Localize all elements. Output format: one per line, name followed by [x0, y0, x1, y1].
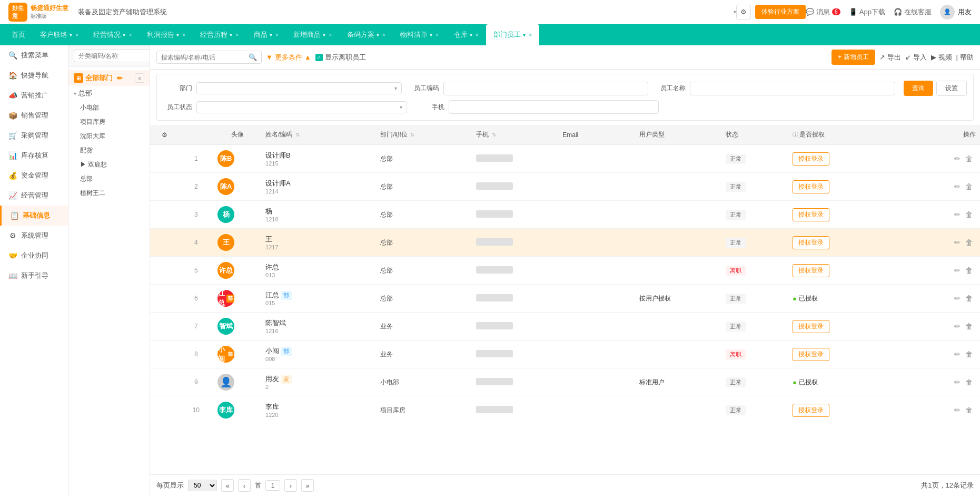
- query-btn[interactable]: 查询: [904, 81, 933, 96]
- export-btn[interactable]: ↗ 导出: [879, 53, 901, 62]
- sidebar-item-purchase[interactable]: 🛒 采购管理: [0, 125, 68, 145]
- view-btn[interactable]: ▶ 视频: [931, 53, 952, 62]
- edit-btn[interactable]: ✏: [954, 406, 961, 414]
- dept-all-item[interactable]: ⊞ 全部部门 ✏ «: [68, 70, 150, 86]
- auth-login-btn[interactable]: 授权登录: [793, 264, 829, 277]
- auth-login-btn[interactable]: 授权登录: [793, 404, 829, 417]
- search-btn-icon[interactable]: 🔍: [249, 53, 257, 61]
- import-btn[interactable]: ↙ 导入: [905, 53, 927, 62]
- page-size-select[interactable]: 50 20 100: [188, 480, 217, 491]
- edit-btn[interactable]: ✏: [954, 322, 961, 330]
- edit-btn[interactable]: ✏: [954, 350, 961, 358]
- edit-btn[interactable]: ✏: [954, 238, 961, 247]
- nav-tab-warehouse-close[interactable]: ×: [476, 32, 479, 38]
- delete-btn[interactable]: 🗑: [965, 378, 973, 386]
- sidebar-item-sales[interactable]: 📦 销售管理: [0, 105, 68, 125]
- nav-tab-operations[interactable]: 经营情况 ▾ ×: [86, 24, 139, 45]
- edit-btn[interactable]: ✏: [954, 210, 961, 219]
- filter-dept-select[interactable]: ▾: [196, 82, 402, 94]
- nav-tab-home[interactable]: 首页: [4, 24, 33, 45]
- more-filters-btn[interactable]: ▼ 更多条件 ▲: [266, 53, 311, 62]
- col-phone-header[interactable]: 手机 ⇅: [472, 125, 558, 145]
- col-name-header[interactable]: 姓名/编码 ⇅: [261, 125, 376, 145]
- dept-item-shuanglu[interactable]: ▶ 双鹿想: [68, 158, 150, 172]
- col-settings-header[interactable]: ⚙: [150, 125, 179, 145]
- nav-tab-goods-close[interactable]: ×: [275, 32, 279, 38]
- delete-btn[interactable]: 🗑: [965, 406, 973, 414]
- settings-icon[interactable]: ⚙: [736, 5, 751, 20]
- filter-name-input[interactable]: [690, 82, 895, 95]
- set-btn[interactable]: 设置: [936, 81, 967, 96]
- add-employee-btn[interactable]: + 新增员工: [831, 50, 875, 65]
- nav-tab-goods[interactable]: 商品 ▾ ×: [246, 24, 286, 45]
- filter-phone-input[interactable]: [449, 100, 659, 114]
- delete-btn[interactable]: 🗑: [965, 322, 973, 330]
- nav-tab-customer[interactable]: 客户联络 ▾ ×: [33, 24, 86, 45]
- sidebar-item-inventory[interactable]: 📊 库存核算: [0, 145, 68, 166]
- nav-tab-barcode[interactable]: 条码方案 ▾ ×: [340, 24, 393, 45]
- online-service-btn[interactable]: 🎧 在线客服: [894, 7, 932, 17]
- prev-page-btn[interactable]: ‹: [238, 479, 251, 492]
- nav-tab-customer-close[interactable]: ×: [75, 32, 78, 38]
- dept-item-peihuo[interactable]: 配货: [68, 143, 150, 158]
- nav-tab-operations-close[interactable]: ×: [128, 32, 132, 38]
- user-area[interactable]: 👤 用友: [940, 5, 972, 20]
- nav-tab-warehouse[interactable]: 仓库 ▾ ×: [447, 24, 486, 45]
- dept-item-project[interactable]: 项目库房: [68, 115, 150, 129]
- help-btn[interactable]: | 帮助: [956, 53, 974, 62]
- next-page-btn[interactable]: ›: [284, 479, 297, 492]
- sidebar-item-quick-nav[interactable]: 🏠 快捷导航: [0, 65, 68, 85]
- search-input-wrap[interactable]: 🔍: [156, 51, 262, 64]
- edit-btn[interactable]: ✏: [954, 182, 961, 191]
- message-btn[interactable]: 💬 消息 6: [806, 7, 840, 17]
- show-resigned-toggle[interactable]: ✓ 显示离职员工: [315, 53, 366, 62]
- delete-btn[interactable]: 🗑: [965, 350, 973, 358]
- nav-tab-profit[interactable]: 利润报告 ▾ ×: [140, 24, 193, 45]
- nav-tab-history[interactable]: 经营历程 ▾ ×: [193, 24, 246, 45]
- sidebar-item-basic[interactable]: 📋 基础信息: [0, 206, 68, 226]
- dept-item-zongbu[interactable]: 总部: [68, 172, 150, 186]
- sidebar-item-operations[interactable]: 📈 经营管理: [0, 186, 68, 206]
- delete-btn[interactable]: 🗑: [965, 154, 973, 163]
- edit-btn[interactable]: ✏: [954, 266, 961, 275]
- delete-btn[interactable]: 🗑: [965, 238, 973, 247]
- delete-btn[interactable]: 🗑: [965, 182, 973, 191]
- nav-tab-add-goods-close[interactable]: ×: [329, 32, 332, 38]
- auth-login-btn[interactable]: 授权登录: [793, 348, 829, 361]
- nav-tab-history-close[interactable]: ×: [235, 32, 239, 38]
- edit-btn[interactable]: ✏: [954, 378, 961, 386]
- edit-btn[interactable]: ✏: [954, 154, 961, 163]
- delete-btn[interactable]: 🗑: [965, 266, 973, 275]
- auth-login-btn[interactable]: 授权登录: [793, 320, 829, 333]
- app-download-btn[interactable]: 📱 App下载: [849, 7, 885, 17]
- nav-tab-bom-close[interactable]: ×: [435, 32, 439, 38]
- nav-tab-bom[interactable]: 物料清单 ▾ ×: [393, 24, 446, 45]
- auth-login-btn[interactable]: 授权登录: [793, 180, 829, 193]
- dept-item-zhishu[interactable]: 植树王二: [68, 186, 150, 200]
- nav-tab-employee-close[interactable]: ×: [529, 32, 532, 38]
- sidebar-item-guide[interactable]: 📖 新手引导: [0, 266, 68, 286]
- dept-item-shenyang[interactable]: 沈阳大库: [68, 129, 150, 143]
- nav-tab-profit-close[interactable]: ×: [182, 32, 185, 38]
- filter-status-select[interactable]: ▾: [196, 101, 407, 113]
- col-dept-header[interactable]: 部门/职位 ⇅: [376, 125, 472, 145]
- auth-login-btn[interactable]: 授权登录: [793, 152, 829, 166]
- trial-button[interactable]: 体验行业方案: [755, 5, 806, 19]
- nav-tab-add-goods[interactable]: 新增商品 ▾ ×: [286, 24, 339, 45]
- sidebar-item-marketing[interactable]: 📣 营销推广: [0, 85, 68, 105]
- sidebar-item-search[interactable]: 🔍 搜索菜单: [0, 45, 68, 65]
- auth-login-btn[interactable]: 授权登录: [793, 236, 829, 249]
- first-page-btn[interactable]: «: [221, 479, 234, 492]
- edit-btn[interactable]: ✏: [954, 294, 961, 303]
- dept-collapse-btn[interactable]: «: [135, 73, 144, 83]
- filter-code-input[interactable]: [443, 82, 649, 95]
- delete-btn[interactable]: 🗑: [965, 210, 973, 219]
- sidebar-item-enterprise[interactable]: 🤝 企业协同: [0, 246, 68, 266]
- sidebar-item-system[interactable]: ⚙ 系统管理: [0, 226, 68, 246]
- last-page-btn[interactable]: »: [301, 479, 314, 492]
- search-input[interactable]: [161, 54, 245, 61]
- dept-search-input[interactable]: [74, 50, 150, 62]
- delete-btn[interactable]: 🗑: [965, 294, 973, 303]
- nav-tab-employee[interactable]: 部门员工 ▾ ×: [486, 24, 539, 45]
- dept-edit-icon[interactable]: ✏: [117, 74, 123, 82]
